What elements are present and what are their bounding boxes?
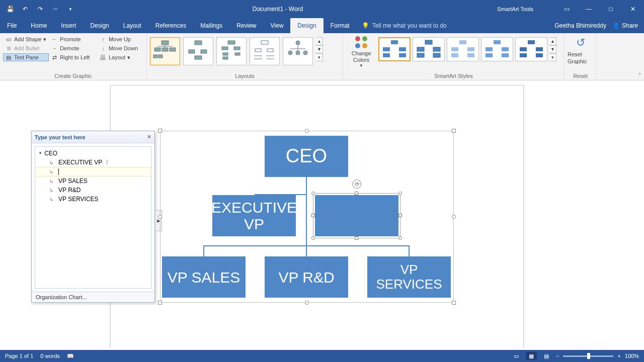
style-thumb-5[interactable] (515, 37, 547, 61)
svg-rect-4 (153, 55, 157, 58)
ribbon-options-icon[interactable]: ▭ (555, 2, 578, 16)
move-down-button[interactable]: ↓Move Down (98, 44, 143, 52)
group-label-create-graphic: Create Graphic (3, 73, 143, 80)
window-controls: ▭ ― □ ✕ (555, 2, 644, 16)
layout-thumb-1[interactable] (150, 37, 180, 65)
svg-rect-5 (158, 55, 163, 58)
svg-rect-41 (459, 40, 466, 44)
svg-rect-52 (520, 47, 527, 51)
group-reset: ↺ Reset Graphic Reset (565, 33, 597, 80)
layout-thumb-4[interactable] (250, 37, 280, 65)
svg-rect-11 (195, 56, 202, 59)
svg-point-26 (288, 51, 292, 55)
demote-button[interactable]: →Demote (49, 44, 98, 52)
svg-rect-10 (201, 50, 207, 53)
svg-point-28 (303, 51, 307, 55)
layout-thumb-5[interactable] (283, 37, 313, 65)
svg-rect-1 (154, 48, 160, 51)
add-bullet-icon: ≣ (5, 45, 12, 52)
svg-rect-54 (520, 53, 527, 57)
text-pane-button[interactable]: ▤Text Pane (3, 53, 49, 61)
svg-rect-44 (451, 53, 458, 57)
add-bullet-button[interactable]: ≣Add Bullet (3, 44, 49, 52)
undo-icon[interactable]: ↶ (18, 2, 32, 16)
tab-insert[interactable]: Insert (54, 18, 83, 33)
svg-rect-35 (399, 53, 406, 57)
layout-thumb-2[interactable] (183, 37, 213, 65)
share-button[interactable]: 👤 Share (612, 22, 638, 29)
tab-references[interactable]: References (148, 18, 193, 33)
promote-button[interactable]: ←Promote (49, 35, 98, 43)
layouts-gallery[interactable]: ▲▼▾ (150, 34, 323, 65)
cut-icon[interactable]: ✂ (48, 2, 62, 16)
tab-smartart-design[interactable]: Design (290, 18, 323, 33)
layout-thumb-3[interactable] (216, 37, 247, 65)
close-icon[interactable]: ✕ (622, 2, 644, 16)
share-icon: 👤 (612, 22, 620, 29)
minimize-icon[interactable]: ― (578, 2, 600, 16)
document-title: Document1 - Word (80, 6, 475, 13)
tab-smartart-format[interactable]: Format (324, 18, 357, 33)
style-thumb-2[interactable] (413, 37, 445, 61)
move-up-button[interactable]: ↑Move Up (98, 35, 143, 43)
svg-rect-0 (162, 41, 169, 45)
layout-icon: 品 (100, 54, 107, 61)
svg-rect-34 (383, 53, 390, 57)
tab-review[interactable]: Review (229, 18, 263, 33)
user-name[interactable]: Geetha Bhimireddy (554, 22, 606, 29)
svg-rect-42 (451, 47, 458, 51)
tab-design[interactable]: Design (83, 18, 116, 33)
ribbon: ▭Add Shape ▾ ≣Add Bullet ▤Text Pane ←Pro… (0, 33, 644, 80)
right-to-left-button[interactable]: ⇄Right to Left (49, 53, 98, 61)
style-thumb-4[interactable] (481, 37, 513, 61)
reset-icon: ↺ (576, 36, 585, 49)
svg-rect-16 (223, 57, 228, 59)
tell-me-search[interactable]: 💡 Tell me what you want to do (357, 22, 447, 29)
layouts-scroll[interactable]: ▲▼▾ (316, 37, 323, 65)
expand-gallery-icon[interactable]: ▾ (316, 53, 323, 61)
maximize-icon[interactable]: □ (600, 2, 622, 16)
svg-rect-20 (267, 49, 273, 52)
tab-home[interactable]: Home (24, 18, 54, 33)
style-thumb-1[interactable] (378, 37, 411, 61)
redo-icon[interactable]: ↷ (33, 2, 47, 16)
styles-scroll[interactable]: ▲▼▾ (549, 37, 556, 61)
svg-rect-49 (486, 53, 493, 57)
svg-rect-45 (467, 53, 474, 57)
collapse-ribbon-icon[interactable]: ˄ (638, 72, 641, 78)
qat-dropdown-icon[interactable]: ▼ (63, 2, 77, 16)
svg-rect-39 (417, 53, 424, 57)
add-shape-icon: ▭ (5, 36, 12, 43)
scroll-down-icon[interactable]: ▼ (549, 45, 556, 53)
tab-file[interactable]: File (0, 18, 24, 33)
save-icon[interactable]: 💾 (3, 2, 17, 16)
svg-rect-38 (433, 47, 440, 51)
layout-button[interactable]: 品Layout ▾ (98, 53, 143, 61)
group-create-graphic: ▭Add Shape ▾ ≣Add Bullet ▤Text Pane ←Pro… (0, 33, 147, 80)
svg-rect-31 (391, 40, 398, 44)
scroll-down-icon[interactable]: ▼ (316, 45, 323, 53)
change-colors-button[interactable]: Change Colors▼ (346, 34, 376, 68)
group-label-layouts: Layouts (150, 73, 340, 80)
scroll-up-icon[interactable]: ▲ (549, 37, 556, 45)
svg-rect-36 (425, 40, 432, 44)
quick-access-toolbar: 💾 ↶ ↷ ✂ ▼ (0, 2, 80, 16)
svg-rect-8 (195, 41, 202, 45)
svg-rect-15 (223, 53, 228, 55)
ribbon-tabs: File Home Insert Design Layout Reference… (0, 18, 644, 33)
add-shape-button[interactable]: ▭Add Shape ▾ (3, 35, 49, 43)
tab-mailings[interactable]: Mailings (193, 18, 229, 33)
svg-rect-13 (222, 47, 228, 50)
group-label-styles: SmartArt Styles (346, 73, 561, 80)
svg-rect-33 (399, 47, 406, 51)
tab-view[interactable]: View (264, 18, 291, 33)
svg-rect-9 (189, 50, 195, 53)
expand-gallery-icon[interactable]: ▾ (549, 53, 556, 61)
svg-rect-43 (467, 47, 474, 51)
title-bar: 💾 ↶ ↷ ✂ ▼ Document1 - Word SmartArt Tool… (0, 0, 644, 18)
tab-layout[interactable]: Layout (116, 18, 148, 33)
reset-graphic-button[interactable]: ↺ Reset Graphic (568, 34, 593, 65)
scroll-up-icon[interactable]: ▲ (316, 37, 323, 45)
style-thumb-3[interactable] (447, 37, 479, 61)
svg-rect-55 (536, 53, 543, 57)
